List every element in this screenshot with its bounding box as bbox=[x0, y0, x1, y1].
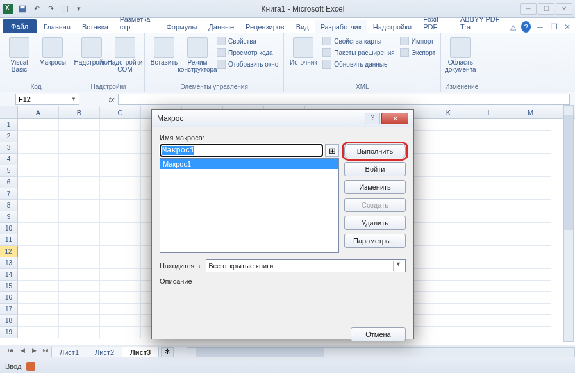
tab-data[interactable]: Данные bbox=[203, 20, 240, 33]
cell[interactable] bbox=[59, 327, 100, 338]
col-header[interactable]: L bbox=[469, 106, 510, 118]
cell[interactable] bbox=[510, 292, 551, 304]
row-header[interactable]: 18 bbox=[0, 315, 18, 327]
xml-source-button[interactable]: Источник bbox=[288, 36, 319, 67]
cell[interactable] bbox=[100, 165, 141, 177]
cell[interactable] bbox=[59, 211, 100, 223]
qat-save-icon[interactable] bbox=[15, 2, 29, 16]
cell[interactable] bbox=[18, 257, 59, 269]
cell[interactable] bbox=[510, 327, 551, 338]
cancel-button[interactable]: Отмена bbox=[351, 327, 406, 341]
cell[interactable] bbox=[100, 142, 141, 154]
reference-button[interactable]: ⊞ bbox=[325, 144, 339, 157]
sheet-tab-2[interactable]: Лист2 bbox=[87, 347, 122, 357]
tab-layout[interactable]: Разметка стр bbox=[114, 12, 161, 33]
row-header[interactable]: 11 bbox=[0, 234, 18, 246]
row-header[interactable]: 12 bbox=[0, 246, 18, 257]
sheet-nav-last-icon[interactable]: ⏭ bbox=[40, 347, 51, 357]
tab-foxit[interactable]: Foxit PDF bbox=[417, 12, 454, 33]
cell[interactable] bbox=[428, 257, 469, 269]
cell[interactable] bbox=[18, 292, 59, 304]
close-button[interactable]: ✕ bbox=[556, 3, 572, 15]
cell[interactable] bbox=[469, 246, 510, 257]
view-code-button[interactable]: Просмотр кода bbox=[215, 47, 279, 58]
select-all-corner[interactable] bbox=[0, 106, 18, 118]
cell[interactable] bbox=[59, 292, 100, 304]
qat-btn[interactable] bbox=[58, 2, 72, 16]
tab-abbyy[interactable]: ABBYY PDF Tra bbox=[454, 12, 508, 33]
col-header[interactable]: A bbox=[18, 106, 59, 118]
row-header[interactable]: 19 bbox=[0, 327, 18, 338]
cell[interactable] bbox=[59, 246, 100, 257]
cell[interactable] bbox=[100, 223, 141, 234]
sheet-tab-1[interactable]: Лист1 bbox=[51, 347, 87, 357]
cell[interactable] bbox=[428, 131, 469, 142]
cell[interactable] bbox=[428, 165, 469, 177]
wb-close-icon[interactable]: ✕ bbox=[564, 22, 572, 33]
delete-button[interactable]: Удалить bbox=[344, 216, 406, 230]
cell[interactable] bbox=[469, 165, 510, 177]
cell[interactable] bbox=[100, 177, 141, 188]
cell[interactable] bbox=[59, 142, 100, 154]
cell[interactable] bbox=[100, 327, 141, 338]
ribbon-minimize-icon[interactable]: △ bbox=[510, 22, 519, 33]
sheet-nav-next-icon[interactable]: ▶ bbox=[28, 347, 40, 357]
row-header[interactable]: 4 bbox=[0, 154, 18, 165]
cell[interactable] bbox=[428, 315, 469, 327]
cell[interactable] bbox=[510, 257, 551, 269]
cell[interactable] bbox=[510, 154, 551, 165]
cell[interactable] bbox=[469, 327, 510, 338]
cell[interactable] bbox=[428, 223, 469, 234]
col-header[interactable]: M bbox=[510, 106, 551, 118]
cell[interactable] bbox=[469, 315, 510, 327]
cell[interactable] bbox=[59, 269, 100, 281]
maximize-button[interactable]: ☐ bbox=[538, 3, 554, 15]
help-icon[interactable]: ? bbox=[521, 21, 531, 33]
row-header[interactable]: 7 bbox=[0, 188, 18, 200]
cell[interactable] bbox=[59, 188, 100, 200]
row-header[interactable]: 16 bbox=[0, 292, 18, 304]
row-header[interactable]: 17 bbox=[0, 304, 18, 315]
location-select[interactable]: Все открытые книги▼ bbox=[206, 259, 406, 272]
cell[interactable] bbox=[510, 281, 551, 292]
macros-button[interactable]: Макросы bbox=[37, 36, 68, 67]
run-button[interactable]: Выполнить bbox=[344, 144, 406, 158]
row-header[interactable]: 15 bbox=[0, 281, 18, 292]
cell[interactable] bbox=[469, 292, 510, 304]
macro-list-item[interactable]: Макрос1 bbox=[160, 159, 338, 169]
row-header[interactable]: 6 bbox=[0, 177, 18, 188]
macro-record-icon[interactable] bbox=[26, 362, 35, 371]
cell[interactable] bbox=[18, 211, 59, 223]
cell[interactable] bbox=[18, 142, 59, 154]
cell[interactable] bbox=[428, 119, 469, 131]
cell[interactable] bbox=[510, 200, 551, 211]
tab-addins[interactable]: Надстройки bbox=[367, 20, 417, 33]
options-button[interactable]: Параметры... bbox=[344, 234, 406, 248]
cell[interactable] bbox=[59, 257, 100, 269]
cell[interactable] bbox=[428, 211, 469, 223]
cell[interactable] bbox=[469, 119, 510, 131]
cell[interactable] bbox=[18, 304, 59, 315]
cell[interactable] bbox=[18, 234, 59, 246]
row-header[interactable]: 10 bbox=[0, 223, 18, 234]
cell[interactable] bbox=[469, 177, 510, 188]
cell[interactable] bbox=[59, 304, 100, 315]
row-header[interactable]: 3 bbox=[0, 142, 18, 154]
cell[interactable] bbox=[428, 246, 469, 257]
cell[interactable] bbox=[428, 327, 469, 338]
cell[interactable] bbox=[100, 188, 141, 200]
row-header[interactable]: 2 bbox=[0, 131, 18, 142]
wb-restore-icon[interactable]: ❐ bbox=[551, 22, 559, 33]
cell[interactable] bbox=[510, 315, 551, 327]
tab-review[interactable]: Рецензиров bbox=[240, 20, 290, 33]
cell[interactable] bbox=[18, 177, 59, 188]
cell[interactable] bbox=[100, 234, 141, 246]
col-header[interactable]: B bbox=[59, 106, 100, 118]
cell[interactable] bbox=[469, 281, 510, 292]
cell[interactable] bbox=[59, 119, 100, 131]
dialog-titlebar[interactable]: Макрос ? ✕ bbox=[152, 110, 413, 127]
visual-basic-button[interactable]: Visual Basic bbox=[4, 36, 35, 74]
cell[interactable] bbox=[510, 142, 551, 154]
cell[interactable] bbox=[510, 177, 551, 188]
qat-dropdown-icon[interactable]: ▾ bbox=[72, 2, 86, 16]
